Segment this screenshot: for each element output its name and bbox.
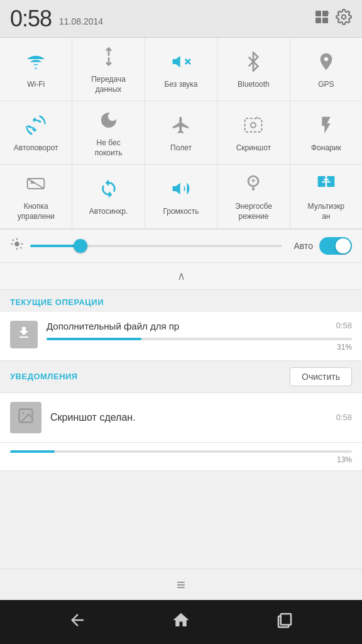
brightness-low-icon <box>10 237 24 255</box>
clear-button[interactable]: Очистить <box>290 367 352 386</box>
qs-flight[interactable]: Полет <box>145 101 217 164</box>
collapse-button[interactable]: ∧ <box>0 263 362 290</box>
svg-point-9 <box>251 123 256 128</box>
qs-flight-label: Полет <box>170 143 192 153</box>
download-time: 0:58 <box>336 321 352 330</box>
button-ctrl-icon <box>26 174 46 198</box>
qs-wifi-label: Wi-Fi <box>27 80 45 90</box>
mute-icon <box>171 52 191 76</box>
download-progress-bar <box>47 338 352 340</box>
qs-gps-label: GPS <box>318 80 334 90</box>
notif-section-title: УВЕДОМЛЕНИЯ <box>10 372 290 381</box>
screenshot-text: Скриншот сделан. <box>50 412 327 423</box>
second-progress-card: 13% <box>0 443 362 471</box>
svg-rect-12 <box>31 181 34 184</box>
current-ops-header: ТЕКУЩИЕ ОПЕРАЦИИ <box>0 290 362 312</box>
autorotate-icon <box>26 115 46 140</box>
svg-marker-13 <box>173 183 180 195</box>
qs-autosync[interactable]: Автосинхр. <box>72 165 145 228</box>
status-icons <box>314 9 352 29</box>
download-progress-fill <box>47 338 141 340</box>
volume-icon <box>171 179 191 203</box>
qs-wifi[interactable]: Wi-Fi <box>0 38 72 101</box>
notifications-area: ТЕКУЩИЕ ОПЕРАЦИИ Дополнительный файл для… <box>0 290 362 471</box>
qs-data[interactable]: Передачаданных <box>72 38 145 101</box>
qs-bluetooth-label: Bluetooth <box>238 80 270 90</box>
second-progress-bar <box>10 450 352 453</box>
svg-line-21 <box>20 247 21 248</box>
download-notification[interactable]: Дополнительный файл для пр 0:58 31% <box>0 312 362 361</box>
wifi-icon <box>26 52 46 76</box>
nav-top: ≡ <box>0 569 362 600</box>
qs-dnd[interactable]: Не беспокоить <box>72 101 145 164</box>
download-icon <box>16 325 31 344</box>
home-button[interactable] <box>172 611 190 634</box>
svg-line-20 <box>13 239 14 240</box>
qs-screenshot[interactable]: Скриншот <box>217 101 290 164</box>
download-progress-percent: 31% <box>47 343 352 352</box>
svg-rect-0 <box>315 11 321 16</box>
collapse-arrow-icon: ∧ <box>177 269 185 283</box>
status-bar: 0:58 11.08.2014 <box>0 0 362 38</box>
qs-mute[interactable]: Без звука <box>145 38 217 101</box>
back-button[interactable] <box>68 611 87 634</box>
nav-bar: ≡ <box>0 569 362 644</box>
download-icon-wrap <box>10 321 38 348</box>
qs-multiscreen-label: Мультиэкран <box>308 202 344 221</box>
transfer-icon <box>314 9 329 28</box>
svg-rect-14 <box>253 187 255 189</box>
qs-row-1: Wi-Fi Передачаданных Без звука <box>0 38 362 101</box>
nav-bottom <box>0 600 362 644</box>
qs-autosync-label: Автосинхр. <box>89 207 128 217</box>
svg-point-17 <box>14 242 19 246</box>
qs-gps[interactable]: GPS <box>290 38 362 101</box>
qs-battery[interactable]: Энергосбережение <box>217 165 290 228</box>
download-title: Дополнительный файл для пр <box>47 321 179 331</box>
hamburger-icon[interactable]: ≡ <box>177 576 185 594</box>
qs-volume[interactable]: Громкость <box>145 165 217 228</box>
qs-row-3: Кнопкауправлени Автосинхр. Громкость <box>0 165 362 228</box>
qs-screenshot-label: Скриншот <box>236 143 271 153</box>
bluetooth-icon <box>243 52 263 76</box>
svg-rect-8 <box>245 118 262 131</box>
svg-rect-27 <box>281 614 291 625</box>
svg-line-11 <box>28 179 45 189</box>
auto-toggle[interactable] <box>319 237 352 255</box>
flight-icon <box>171 115 191 140</box>
svg-point-4 <box>342 14 346 19</box>
screenshot-notif-time: 0:58 <box>336 413 352 422</box>
qs-flashlight-label: Фонарик <box>311 143 341 153</box>
notif-section-header: УВЕДОМЛЕНИЯ Очистить <box>0 361 362 393</box>
second-progress-percent: 13% <box>10 455 352 464</box>
brightness-row: Авто <box>0 230 362 263</box>
svg-rect-3 <box>322 18 328 23</box>
gps-icon <box>316 52 336 76</box>
flashlight-icon <box>316 115 336 140</box>
recents-button[interactable] <box>275 611 294 634</box>
screenshot-thumb <box>10 402 41 433</box>
settings-icon[interactable] <box>336 9 352 29</box>
image-icon <box>17 407 35 428</box>
qs-flashlight[interactable]: Фонарик <box>290 101 362 164</box>
status-date: 11.08.2014 <box>59 16 103 26</box>
svg-point-25 <box>22 412 25 414</box>
dnd-icon <box>99 110 119 135</box>
data-icon <box>99 47 119 71</box>
qs-bluetooth[interactable]: Bluetooth <box>217 38 290 101</box>
multiscreen-icon <box>316 174 336 198</box>
qs-button-ctrl-label: Кнопкауправлени <box>18 202 55 221</box>
auto-label: Авто <box>293 241 313 251</box>
qs-multiscreen[interactable]: Мультиэкран <box>290 165 362 228</box>
brightness-slider[interactable] <box>30 240 282 252</box>
autosync-icon <box>99 179 119 203</box>
qs-mute-label: Без звука <box>165 80 198 90</box>
qs-button-ctrl[interactable]: Кнопкауправлени <box>0 165 72 228</box>
qs-autorotate-label: Автоповорот <box>14 143 58 153</box>
second-progress-fill <box>10 450 55 453</box>
qs-autorotate[interactable]: Автоповорот <box>0 101 72 164</box>
qs-row-2: Автоповорот Не беспокоить Полет <box>0 101 362 165</box>
qs-dnd-label: Не беспокоить <box>95 138 123 158</box>
screenshot-notification[interactable]: Скриншот сделан. 0:58 <box>0 393 362 443</box>
qs-battery-label: Энергосбережение <box>235 202 272 221</box>
download-content: Дополнительный файл для пр 0:58 31% <box>47 321 352 352</box>
